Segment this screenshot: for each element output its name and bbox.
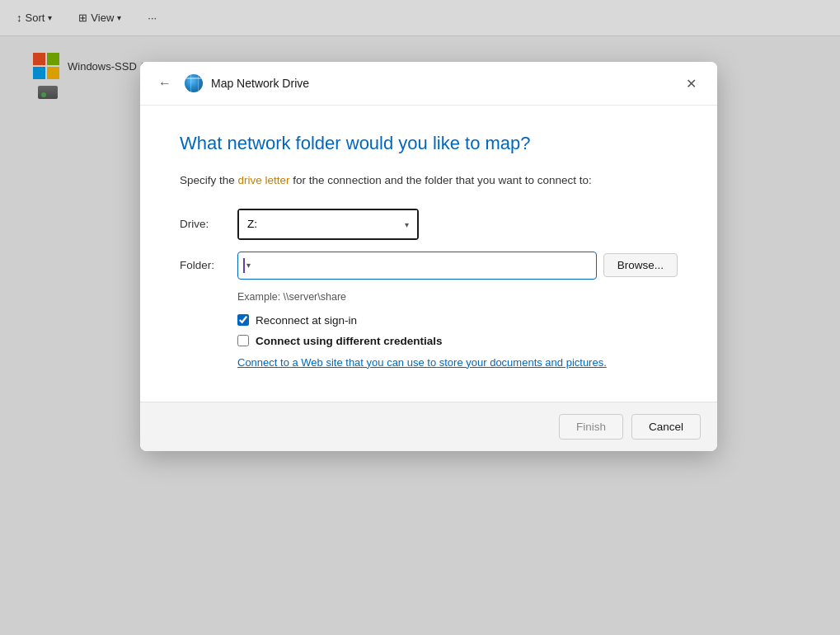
web-link[interactable]: Connect to a Web site that you can use t… xyxy=(237,356,607,369)
finish-button[interactable]: Finish xyxy=(559,414,623,440)
credentials-label[interactable]: Connect using different credentials xyxy=(256,335,443,347)
dialog-heading: What network folder would you like to ma… xyxy=(180,132,678,156)
drive-select[interactable]: Z: Y: X: W: V: xyxy=(239,210,417,238)
reconnect-row: Reconnect at sign-in xyxy=(237,314,678,327)
drive-field-label: Drive: xyxy=(180,218,237,230)
folder-row: Folder: ▾ Browse... xyxy=(180,252,678,280)
subtitle-highlight: drive letter xyxy=(238,174,290,186)
dialog-titlebar: ← Map Network Drive ✕ xyxy=(140,62,717,106)
folder-field-label: Folder: xyxy=(180,259,237,271)
close-button[interactable]: ✕ xyxy=(678,70,704,96)
folder-input-box[interactable]: ▾ xyxy=(237,252,597,280)
cancel-button[interactable]: Cancel xyxy=(631,414,701,440)
dialog-footer: Finish Cancel xyxy=(140,402,717,451)
back-button[interactable]: ← xyxy=(153,72,176,95)
dialog-body: What network folder would you like to ma… xyxy=(140,106,717,402)
drive-row: Drive: Z: Y: X: W: V: ▾ xyxy=(180,209,678,240)
credentials-row: Connect using different credentials xyxy=(237,335,678,347)
folder-cursor xyxy=(243,258,245,273)
map-network-drive-dialog: ← Map Network Drive ✕ What network folde… xyxy=(140,62,717,451)
drive-select-wrapper: Z: Y: X: W: V: ▾ xyxy=(237,209,419,240)
reconnect-label[interactable]: Reconnect at sign-in xyxy=(256,314,357,327)
example-text: Example: \\server\share xyxy=(237,291,678,303)
dialog-subtitle: Specify the drive letter for the connect… xyxy=(180,172,678,189)
reconnect-checkbox[interactable] xyxy=(237,314,249,326)
subtitle-suffix: for the connection and the folder that y… xyxy=(290,174,592,186)
dialog-overlay: ← Map Network Drive ✕ What network folde… xyxy=(0,0,840,635)
browse-button[interactable]: Browse... xyxy=(603,253,678,277)
titlebar-left: ← Map Network Drive xyxy=(153,72,309,95)
credentials-checkbox[interactable] xyxy=(237,335,249,346)
subtitle-prefix: Specify the xyxy=(180,174,238,186)
folder-dropdown-chevron-icon: ▾ xyxy=(246,261,251,270)
web-link-container: Connect to a Web site that you can use t… xyxy=(237,355,678,369)
folder-input-wrapper: ▾ Browse... xyxy=(237,252,678,280)
dialog-title: Map Network Drive xyxy=(211,77,309,90)
globe-icon xyxy=(185,74,203,92)
